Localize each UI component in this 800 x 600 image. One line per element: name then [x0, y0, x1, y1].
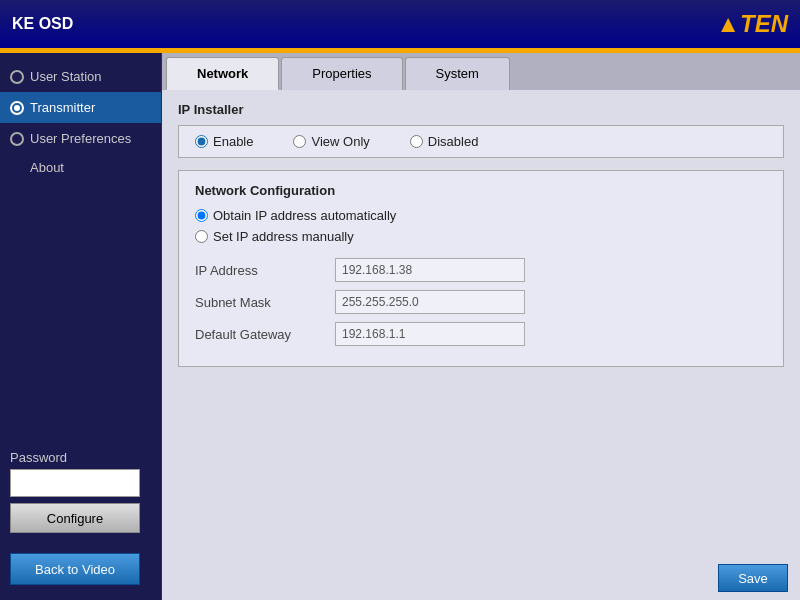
sidebar-label-user-preferences: User Preferences	[30, 131, 131, 146]
tab-system[interactable]: System	[405, 57, 510, 90]
ip-disabled-label: Disabled	[428, 134, 479, 149]
sidebar: User Station Transmitter User Preference…	[0, 53, 162, 600]
aten-logo: ▲TEN	[716, 10, 788, 38]
manual-ip-radio[interactable]	[195, 230, 208, 243]
radio-user-station	[10, 70, 24, 84]
tab-bar: Network Properties System	[162, 53, 800, 90]
network-config-box: Network Configuration Obtain IP address …	[178, 170, 784, 367]
main-panel: IP Installer Enable View Only Disabled N…	[162, 90, 800, 600]
save-btn-container: Save	[718, 564, 788, 592]
auto-ip-label: Obtain IP address automatically	[213, 208, 396, 223]
tab-network[interactable]: Network	[166, 57, 279, 90]
sidebar-item-user-station[interactable]: User Station	[0, 61, 161, 92]
ip-viewonly-radio[interactable]	[293, 135, 306, 148]
sidebar-bottom: Password Configure Back to Video	[0, 440, 161, 595]
logo-prefix: ▲	[716, 10, 740, 37]
back-to-video-button[interactable]: Back to Video	[10, 553, 140, 585]
radio-user-prefs	[10, 132, 24, 146]
sidebar-label-transmitter: Transmitter	[30, 100, 95, 115]
ip-viewonly-label: View Only	[311, 134, 369, 149]
ip-address-label: IP Address	[195, 263, 335, 278]
address-options: Obtain IP address automatically Set IP a…	[195, 208, 767, 244]
sidebar-label-user-station: User Station	[30, 69, 102, 84]
subnet-mask-row: Subnet Mask	[195, 290, 767, 314]
content-area: Network Properties System IP Installer E…	[162, 53, 800, 600]
app-title: KE OSD	[12, 15, 73, 33]
tab-properties[interactable]: Properties	[281, 57, 402, 90]
configure-button[interactable]: Configure	[10, 503, 140, 533]
sidebar-label-about: About	[30, 160, 64, 175]
subnet-mask-label: Subnet Mask	[195, 295, 335, 310]
password-input[interactable]	[10, 469, 140, 497]
auto-ip-option[interactable]: Obtain IP address automatically	[195, 208, 767, 223]
ip-enable-radio[interactable]	[195, 135, 208, 148]
ip-enable-option[interactable]: Enable	[195, 134, 253, 149]
ip-disabled-option[interactable]: Disabled	[410, 134, 479, 149]
ip-address-input[interactable]	[335, 258, 525, 282]
header: KE OSD ▲TEN	[0, 0, 800, 50]
subnet-mask-input[interactable]	[335, 290, 525, 314]
logo-brand: TEN	[740, 10, 788, 37]
default-gateway-label: Default Gateway	[195, 327, 335, 342]
ip-disabled-radio[interactable]	[410, 135, 423, 148]
sidebar-item-transmitter[interactable]: Transmitter	[0, 92, 161, 123]
password-label: Password	[10, 450, 151, 465]
network-config-title: Network Configuration	[195, 183, 767, 198]
ip-address-row: IP Address	[195, 258, 767, 282]
ip-enable-label: Enable	[213, 134, 253, 149]
ip-installer-title: IP Installer	[178, 102, 784, 117]
default-gateway-row: Default Gateway	[195, 322, 767, 346]
auto-ip-radio[interactable]	[195, 209, 208, 222]
ip-installer-options: Enable View Only Disabled	[178, 125, 784, 158]
main-layout: User Station Transmitter User Preference…	[0, 53, 800, 600]
manual-ip-label: Set IP address manually	[213, 229, 354, 244]
sidebar-item-user-preferences[interactable]: User Preferences	[0, 123, 161, 154]
ip-viewonly-option[interactable]: View Only	[293, 134, 369, 149]
save-button[interactable]: Save	[718, 564, 788, 592]
sidebar-item-about[interactable]: About	[0, 154, 161, 181]
radio-transmitter	[10, 101, 24, 115]
default-gateway-input[interactable]	[335, 322, 525, 346]
manual-ip-option[interactable]: Set IP address manually	[195, 229, 767, 244]
